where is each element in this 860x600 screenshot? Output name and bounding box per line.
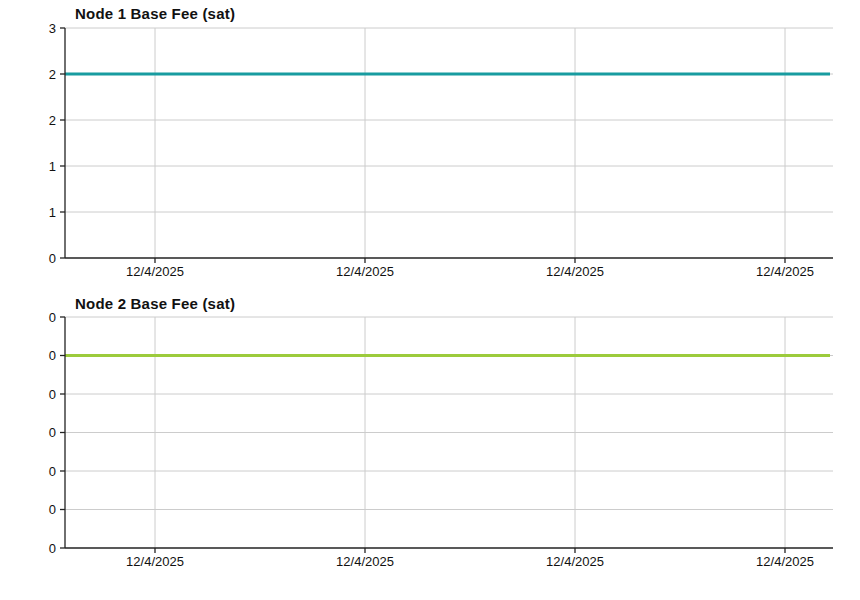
node1-base-fee-chart: 32211012/4/202512/4/202512/4/202512/4/20…	[0, 0, 860, 290]
x-tick-label: 12/4/2025	[336, 554, 394, 569]
y-tick-label: 0	[49, 541, 56, 556]
y-tick-label: 0	[49, 464, 56, 479]
y-tick-label: 0	[49, 425, 56, 440]
y-tick-label: 1	[49, 159, 56, 174]
x-tick-label: 12/4/2025	[126, 264, 184, 279]
charts-page: 32211012/4/202512/4/202512/4/202512/4/20…	[0, 0, 860, 600]
node1-plot-area: 32211012/4/202512/4/202512/4/202512/4/20…	[0, 0, 860, 290]
node2-plot-area: 000000012/4/202512/4/202512/4/202512/4/2…	[0, 290, 860, 600]
x-tick-label: 12/4/2025	[126, 554, 184, 569]
y-tick-label: 3	[49, 21, 56, 36]
x-tick-label: 12/4/2025	[756, 264, 814, 279]
x-tick-label: 12/4/2025	[336, 264, 394, 279]
node1-chart-title: Node 1 Base Fee (sat)	[75, 5, 235, 22]
x-tick-label: 12/4/2025	[756, 554, 814, 569]
x-tick-label: 12/4/2025	[546, 554, 604, 569]
y-tick-label: 0	[49, 310, 56, 325]
y-tick-label: 1	[49, 205, 56, 220]
node2-chart-title: Node 2 Base Fee (sat)	[75, 295, 235, 312]
y-tick-label: 0	[49, 251, 56, 266]
y-tick-label: 2	[49, 67, 56, 82]
y-tick-label: 0	[49, 348, 56, 363]
node2-base-fee-chart: 000000012/4/202512/4/202512/4/202512/4/2…	[0, 290, 860, 600]
x-tick-label: 12/4/2025	[546, 264, 604, 279]
y-tick-label: 2	[49, 113, 56, 128]
y-tick-label: 0	[49, 387, 56, 402]
y-tick-label: 0	[49, 502, 56, 517]
